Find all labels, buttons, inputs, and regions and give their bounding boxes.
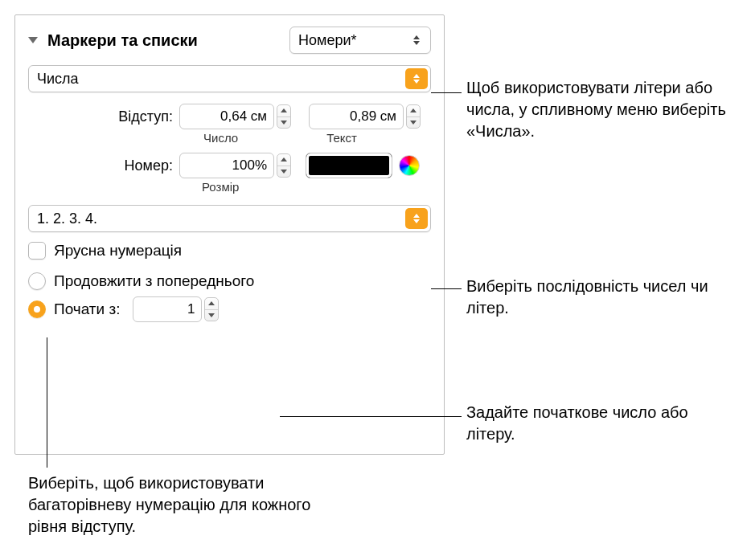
chevron-up-down-icon (405, 68, 428, 89)
size-sublabels: Розмір (92, 180, 431, 194)
number-type-value: Числа (37, 71, 79, 88)
tiered-checkbox[interactable] (28, 242, 46, 260)
size-sublabel: Розмір (202, 180, 239, 194)
bullets-lists-panel: Маркери та списки Номери* Числа Відступ: (14, 14, 445, 455)
callout-type: Щоб використовувати літери або числа, у … (466, 77, 732, 142)
indent-block: Відступ: Число Текст Номер: (28, 104, 431, 194)
indent-row: Відступ: (92, 104, 431, 129)
callout-tiered: Виберіть, щоб використовувати багаторівн… (28, 472, 318, 538)
sequence-value: 1. 2. 3. 4. (37, 211, 97, 227)
disclosure-triangle-icon[interactable] (28, 37, 38, 43)
indent-text-field (309, 104, 421, 129)
start-radio[interactable] (28, 300, 46, 318)
indent-number-stepper[interactable] (277, 104, 291, 129)
start-value-input[interactable] (133, 296, 202, 322)
callout-start: Задайте початкове число або літеру. (466, 402, 732, 445)
continue-row: Продовжити з попереднього (28, 272, 431, 290)
section-title[interactable]: Маркери та списки (28, 31, 280, 50)
tiered-label: Ярусна нумерація (54, 242, 182, 260)
number-row: Номер: (92, 153, 431, 178)
indent-number-field (179, 104, 291, 129)
indent-label: Відступ: (92, 108, 179, 125)
indent-text-sublabel: Текст (326, 131, 357, 145)
size-input[interactable] (179, 153, 274, 178)
indent-sublabels: Число Текст (92, 131, 431, 145)
section-title-label: Маркери та списки (47, 31, 198, 50)
number-type-popup[interactable]: Числа (28, 65, 431, 92)
section-header-row: Маркери та списки Номери* (28, 27, 431, 54)
callout-line (280, 416, 462, 417)
color-well[interactable] (306, 153, 392, 178)
chevron-up-down-icon (405, 208, 428, 229)
size-stepper[interactable] (277, 153, 291, 178)
chevron-up-down-icon (405, 30, 428, 51)
indent-text-stepper[interactable] (406, 104, 421, 129)
start-value-stepper[interactable] (204, 297, 219, 321)
size-field (179, 153, 291, 178)
indent-number-input[interactable] (179, 104, 274, 129)
number-label: Номер: (92, 157, 179, 174)
continue-radio[interactable] (28, 272, 46, 290)
list-style-value: Номери* (298, 32, 356, 49)
continue-label: Продовжити з попереднього (54, 272, 254, 290)
start-value-field (133, 296, 219, 322)
callout-sequence: Виберіть послідовність чисел чи літер. (466, 276, 732, 319)
callout-line (47, 337, 47, 468)
list-style-popup[interactable]: Номери* (289, 27, 431, 54)
tiered-row: Ярусна нумерація (28, 242, 431, 260)
indent-text-input[interactable] (309, 104, 404, 129)
callout-line (431, 92, 462, 93)
start-label: Почати з: (54, 300, 120, 318)
indent-number-sublabel: Число (203, 131, 238, 145)
callout-line (431, 288, 462, 289)
color-wheel-icon[interactable] (399, 155, 420, 176)
sequence-popup[interactable]: 1. 2. 3. 4. (28, 205, 431, 232)
start-row: Почати з: (28, 296, 431, 322)
